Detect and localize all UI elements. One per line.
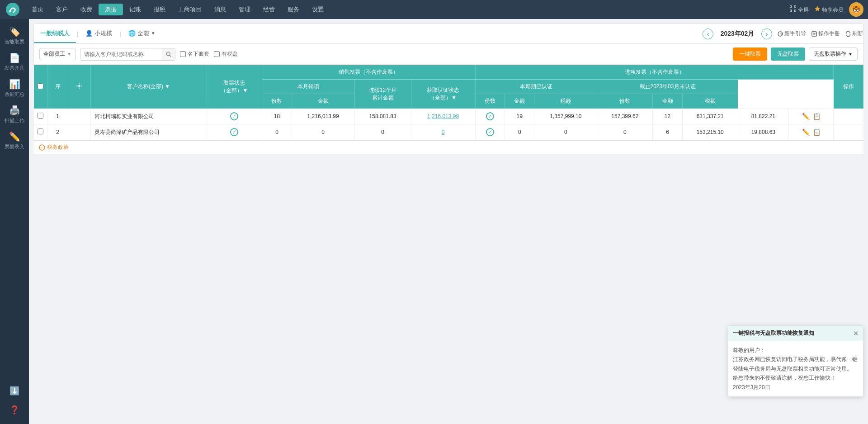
- sidebar-bottom-download[interactable]: ⬇️: [6, 382, 23, 400]
- quick-retrieve-btn[interactable]: 一键取票: [733, 48, 767, 61]
- svg-text:!: !: [42, 146, 43, 150]
- sidebar-item-smart-retrieve[interactable]: 🏷️ 智能取票: [0, 23, 29, 49]
- invoice-table-container: 序 客户名称(全部) ▼ 取票状态（全部）▼ 销售发票（不含作废票） 进项发票（…: [33, 65, 863, 140]
- operation-manual-btn[interactable]: 操作手册: [811, 30, 840, 38]
- copy-icon[interactable]: 📋: [813, 129, 821, 136]
- top-right-actions: 全屏 畅享会员 🐯: [790, 2, 863, 17]
- sidebar-item-label-smart-retrieve: 智能取票: [5, 38, 24, 45]
- nav-item-operation[interactable]: 经营: [257, 4, 281, 15]
- row-xiao-amount: 1,216,013.99: [292, 109, 354, 124]
- th-uncert-amount: 金额: [653, 94, 682, 109]
- th-monthly-sales-sub: 本月销项: [262, 80, 354, 94]
- scan-upload-icon: 🖨️: [9, 105, 20, 116]
- filter-dropdown-icon: ▼: [67, 52, 71, 57]
- th-index: 序: [47, 65, 68, 109]
- row-uncert-tax: 19,808.63: [738, 124, 788, 140]
- new-user-guide-btn[interactable]: ? 新手引导: [778, 30, 806, 38]
- account-filter[interactable]: 名下账套: [180, 50, 209, 58]
- cert-status-icon: ✓: [486, 128, 494, 136]
- th-customer-name: 客户名称(全部) ▼: [90, 65, 207, 109]
- cumulative-link[interactable]: 0: [442, 129, 445, 135]
- row-select-checkbox[interactable]: [38, 129, 43, 134]
- svg-rect-2: [790, 5, 792, 7]
- search-input[interactable]: [80, 48, 162, 60]
- no-disk-retrieve-btn[interactable]: 无盘取票: [771, 48, 805, 61]
- prev-month-btn[interactable]: ‹: [703, 29, 713, 39]
- logo[interactable]: [5, 1, 21, 18]
- notice-title: 一键报税与无盘取票功能恢复通知: [733, 329, 814, 337]
- svg-point-0: [6, 3, 19, 16]
- nav-item-settings[interactable]: 设置: [306, 4, 330, 15]
- notice-close-btn[interactable]: ✕: [853, 330, 859, 337]
- nav-item-business[interactable]: 工商项目: [172, 4, 208, 15]
- nav-item-message[interactable]: 消息: [208, 4, 232, 15]
- notice-line: 2023年3月20日: [733, 383, 859, 392]
- notice-header: 一键报税与无盘取票功能恢复通知 ✕: [728, 326, 863, 341]
- tab-small-scale[interactable]: 👤 小规模: [79, 25, 118, 43]
- select-all-checkbox[interactable]: [38, 83, 43, 89]
- copy-icon[interactable]: 📋: [813, 113, 821, 120]
- th-xiao-amount: 金额: [292, 94, 354, 109]
- th-cert-status: 获取认证状态（全部）▼: [411, 80, 475, 109]
- table-body: 1 河北柯瑞栎实业有限公司 ✓ 18 1,216,013.99 158,081.…: [34, 109, 863, 140]
- nav-item-fee[interactable]: 收费: [74, 4, 99, 15]
- sidebar-item-invoice-summary[interactable]: 📊 票据汇总: [0, 75, 29, 101]
- row-checkbox[interactable]: [34, 109, 47, 124]
- nav-item-home[interactable]: 首页: [25, 4, 50, 15]
- filter-bar: 全部员工 ▼ 名下账套 有税盘 一键取票 无盘取票 无盘取: [34, 44, 863, 65]
- svg-rect-4: [790, 10, 792, 12]
- nav-item-customer[interactable]: 客户: [50, 4, 74, 15]
- svg-text:?: ?: [780, 33, 782, 37]
- account-checkbox[interactable]: [180, 51, 186, 57]
- table-header-group-row: 序 客户名称(全部) ▼ 取票状态（全部）▼ 销售发票（不含作废票） 进项发票（…: [34, 65, 863, 80]
- cumulative-link[interactable]: 1,216,013.99: [427, 113, 459, 119]
- nav-item-invoice[interactable]: 票据: [99, 4, 123, 15]
- row-xiao-tax: 158,081.83: [354, 109, 411, 124]
- th-retrieve-status: 取票状态（全部）▼: [207, 65, 262, 109]
- row-uncert-amount: 631,337.21: [682, 109, 738, 124]
- th-uncert-tax: 税额: [682, 94, 738, 109]
- tax-policy-label[interactable]: 税务政策: [47, 143, 69, 151]
- nav-item-service[interactable]: 服务: [281, 4, 306, 15]
- notice-line: 尊敬的用户：: [733, 346, 859, 355]
- row-select-checkbox[interactable]: [38, 113, 43, 119]
- vip-btn[interactable]: 畅享会员: [814, 5, 844, 14]
- th-uncert-count: 份数: [597, 94, 653, 109]
- fullscreen-btn[interactable]: 全屏: [790, 5, 808, 14]
- row-checkbox[interactable]: [34, 124, 47, 140]
- nav-item-tax[interactable]: 报税: [147, 4, 172, 15]
- sidebar-bottom-help[interactable]: ❓: [6, 401, 23, 419]
- edit-icon[interactable]: ✏️: [802, 129, 810, 136]
- edit-icon[interactable]: ✏️: [802, 113, 810, 120]
- tax-disk-filter[interactable]: 有税盘: [214, 50, 238, 58]
- next-month-btn[interactable]: ›: [761, 29, 772, 39]
- tab-general-taxpayer[interactable]: 一般纳税人: [34, 25, 76, 43]
- row-xiao-amount: 0: [292, 124, 354, 140]
- tax-disk-checkbox[interactable]: [214, 51, 220, 57]
- top-navigation: 首页 客户 收费 票据 记账 报税 工商项目 消息 管理 经营 服务 设置 全屏…: [0, 0, 868, 19]
- table-row: 2 灵寿县尚泽矿产品有限公司 ✓ 0 0 0 0 ✓ 0 0 0 6 153,2…: [34, 124, 863, 140]
- invoice-table: 序 客户名称(全部) ▼ 取票状态（全部）▼ 销售发票（不含作废票） 进项发票（…: [33, 65, 863, 140]
- nav-item-bookkeeping[interactable]: 记账: [123, 4, 147, 15]
- refresh-btn[interactable]: 刷新: [845, 30, 863, 38]
- employee-filter[interactable]: 全部员工 ▼: [39, 48, 75, 60]
- filter-employee-label: 全部员工: [43, 50, 65, 58]
- notice-popup: 一键报税与无盘取票功能恢复通知 ✕ 尊敬的用户：江苏政务网已恢复访问电子税务局功…: [728, 325, 863, 397]
- notice-line: 江苏政务网已恢复访问电子税务局功能，易代账一键登陆电子税务局与无盘取票相关功能可…: [733, 355, 859, 373]
- tab-all[interactable]: 🌐 全能 ▼: [122, 25, 162, 43]
- sidebar-item-scan-upload[interactable]: 🖨️ 扫描上传: [0, 101, 29, 128]
- search-button[interactable]: [162, 48, 175, 60]
- th-this-period-cert: 本期期已认证: [475, 80, 597, 94]
- row-customer-name: 灵寿县尚泽矿产品有限公司: [90, 124, 207, 140]
- sidebar-item-invoice-entry[interactable]: ✏️ 票据录入: [0, 128, 29, 154]
- user-avatar[interactable]: 🐯: [849, 2, 863, 17]
- no-disk-ops-btn[interactable]: 无盘取票操作 ▼: [809, 48, 858, 61]
- tabs-row: 一般纳税人 | 👤 小规模 | 🌐 全能 ▼ ‹ 2023年02月 ›: [34, 24, 863, 44]
- nav-item-management[interactable]: 管理: [232, 4, 257, 15]
- bottom-bar[interactable]: ! 税务政策: [33, 140, 863, 154]
- notice-body: 尊敬的用户：江苏政务网已恢复访问电子税务局功能，易代账一键登陆电子税务局与无盘取…: [728, 341, 863, 396]
- sidebar-item-label-invoice-open: 发票开具: [5, 65, 24, 71]
- svg-rect-5: [794, 10, 796, 12]
- svg-point-15: [78, 85, 80, 87]
- sidebar-item-invoice-open[interactable]: 📄 发票开具: [0, 49, 29, 75]
